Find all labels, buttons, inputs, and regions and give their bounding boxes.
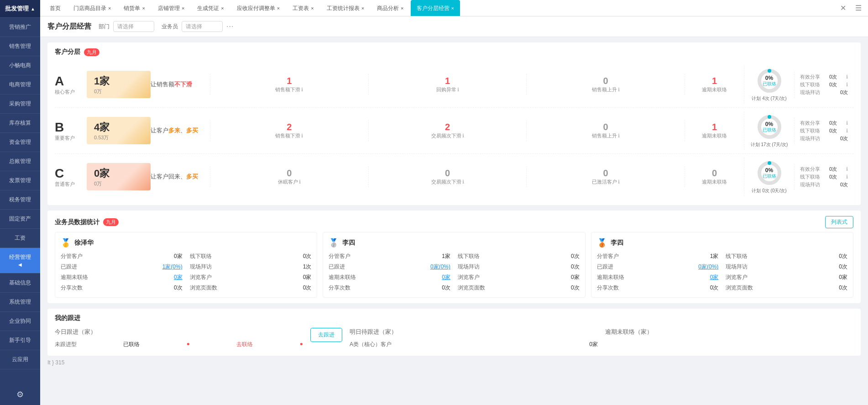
tier-a-right-label-1: 线下联络 [800,81,820,88]
sidebar-item-collab[interactable]: 企业协同 [0,312,40,331]
tab-sales-order[interactable]: 销货单 × [118,0,151,16]
tab-voucher[interactable]: 生成凭证 × [191,0,230,16]
tier-b-right-stats: 有效分享 0次 ℹ 线下联络 0次 ℹ 现场拜访 0次 [794,118,853,144]
tab-shop-mgmt-close[interactable]: × [182,5,184,11]
staff-stat-val-1-4[interactable]: 0家 [442,274,450,281]
tier-a-stat3-info[interactable]: ℹ [618,87,620,93]
tier-b-stat2[interactable]: 2 交易频次下滑 ℹ [368,120,527,141]
tier-a-right-info-0[interactable]: ℹ [846,74,848,80]
tier-a-stat2-info[interactable]: ℹ [457,87,459,93]
tier-b-letter: B [55,120,87,135]
staff-card-1: 🥈 李四 分管客户 1家 线下联络 0次 已跟进 [323,232,585,298]
sidebar-item-invoice[interactable]: 发票管理 [0,171,40,190]
tier-a-stat1[interactable]: 1 销售额下滑 ℹ [210,74,368,95]
tier-b-right-info-0[interactable]: ℹ [846,120,848,126]
tier-c-count: 0家 [94,167,151,180]
settings-icon: ⚙ [16,390,24,399]
tier-c-stat1-info[interactable]: ℹ [299,179,301,185]
tier-c-stat3-info[interactable]: ℹ [618,179,620,185]
tier-c-right-info-1[interactable]: ℹ [846,174,848,180]
sidebar-item-system[interactable]: 系统管理 [0,293,40,312]
tab-close-btn[interactable]: ✕ [837,3,849,13]
staff-stats-0: 分管客户 0家 线下联络 0次 已跟进 1家(0%) 现场拜访 [61,252,311,292]
sidebar-item-ledger[interactable]: 总账管理 [0,152,40,171]
sidebar-settings[interactable]: ⚙ [0,384,40,405]
tier-b-count-box[interactable]: 4家 0.53万 [87,117,151,144]
staff-header: 业务员数据统计 九月 列表式 [55,216,853,228]
tab-store-products-close[interactable]: × [108,5,111,11]
list-view-button[interactable]: 列表式 [825,216,853,228]
tier-c-stat2[interactable]: 0 交易频次下滑 ℹ [368,166,527,187]
staff-stat-val-2-1: 0次 [839,252,847,260]
tab-ap-ar[interactable]: 应收应付调整单 × [231,0,286,16]
tab-payroll-report-close[interactable]: × [361,5,364,11]
tab-payroll-report[interactable]: 工资统计报表 × [321,0,370,16]
tier-c-count-box[interactable]: 0家 0万 [87,163,151,190]
tier-c-right-info-0[interactable]: ℹ [846,166,848,172]
tier-a-stat1-info[interactable]: ℹ [301,87,303,93]
tab-store-products-label: 门店商品目录 [73,5,106,12]
staff-stat-val-0-4[interactable]: 0家 [174,274,183,281]
tier-c-stat2-label: 交易频次下滑 ℹ [431,179,464,185]
sidebar-item-hr[interactable]: 工资 [0,229,40,248]
sidebar-item-purchase[interactable]: 采购管理 [0,95,40,114]
sidebar-item-finance[interactable]: 资金管理 [0,133,40,152]
tier-a-right-info-1[interactable]: ℹ [846,82,848,88]
staff-stat-label-1-6: 分享次数 [329,284,350,292]
tab-product-analysis-close[interactable]: × [401,5,403,11]
sidebar-item-marketing[interactable]: 营销推广 [0,18,40,37]
sidebar-item-label: 新手引导 [2,337,38,344]
sidebar-top[interactable]: 批发管理 ▲ [0,0,40,18]
sidebar-item-ecommerce[interactable]: 电商管理 [0,75,40,95]
tab-home[interactable]: 首页 [44,0,67,16]
staff-section: 业务员数据统计 九月 列表式 🥇 徐泽华 分管客户 0家 [47,210,861,303]
tier-a-stat3[interactable]: 0 销售额上升 ℹ [526,74,685,95]
sidebar-item-tax[interactable]: 税务管理 [0,190,40,210]
tab-customer-tier[interactable]: 客户分层经营 × [411,0,460,16]
tab-sales-order-close[interactable]: × [142,5,145,11]
staff-stat-2-2: 已跟进 0家(0%) [597,263,719,271]
tier-c-right-stats: 有效分享 0次 ℹ 线下联络 0次 ℹ 现场拜访 0次 [794,164,853,190]
tier-b-stat3[interactable]: 0 销售额上升 ℹ [526,120,685,141]
tier-c-stat2-info[interactable]: ℹ [462,179,464,185]
staff-stat-val-0-2[interactable]: 1家(0%) [162,263,183,271]
tab-store-products[interactable]: 门店商品目录 × [68,0,117,16]
more-filters-btn[interactable]: ··· [226,22,234,31]
sidebar-expand-icon[interactable]: ▲ [31,6,35,11]
sidebar-item-cloud[interactable]: 云应用 [0,350,40,369]
tier-a-stat2[interactable]: 1 回购异常 ℹ [368,74,527,95]
staff-stat-val-2-4[interactable]: 0家 [710,274,719,281]
sidebar-item-sales[interactable]: 销售管理 [0,37,40,56]
follow-go-btn-container: 去跟进 [310,328,342,342]
staff-stat-val-1-2[interactable]: 0家(0%) [430,263,450,271]
tier-a-count-box[interactable]: 1家 0万 [87,71,151,98]
tab-menu-btn[interactable]: ☰ [852,3,864,13]
tab-shop-mgmt[interactable]: 店铺管理 × [152,0,190,16]
sidebar-item-base[interactable]: 基础信息 [0,274,40,293]
sidebar-item-ops[interactable]: 经营管理 ◀ [0,248,40,274]
go-follow-button[interactable]: 去跟进 [310,328,342,342]
tab-ap-ar-close[interactable]: × [277,5,280,11]
tier-b-circle-pct: 0% [763,121,776,127]
tab-customer-tier-close[interactable]: × [451,5,454,11]
sidebar-item-ecommerce-small[interactable]: 小畅电商 [0,56,40,75]
tab-product-analysis[interactable]: 商品分析 × [371,0,409,16]
staff-select[interactable]: 请选择 [182,21,223,32]
tab-voucher-close[interactable]: × [221,5,224,11]
staff-stat-val-2-2[interactable]: 0家(0%) [698,263,718,271]
tier-b-stat1-info[interactable]: ℹ [301,133,303,139]
tier-b-stat2-info[interactable]: ℹ [462,133,464,139]
sidebar-item-assets[interactable]: 固定资产 [0,210,40,229]
tier-b-stat1[interactable]: 2 销售额下滑 ℹ [210,120,368,141]
tier-c-stat1[interactable]: 0 休眠客户 ℹ [210,166,368,187]
tier-a-name: 核心客户 [55,89,87,95]
tier-b-right-info-1[interactable]: ℹ [846,128,848,134]
tab-payroll-close[interactable]: × [311,5,314,11]
sidebar-item-inventory[interactable]: 库存核算 [0,114,40,133]
sidebar-item-guide[interactable]: 新手引导 [0,331,40,350]
dept-select[interactable]: 请选择 [113,21,154,32]
tier-c-stat3[interactable]: 0 已激活客户 ℹ [526,166,685,187]
tier-b-circle-label: 0% 已联络 [763,121,776,133]
tab-payroll[interactable]: 工资表 × [287,0,319,16]
tier-b-stat3-info[interactable]: ℹ [618,133,620,139]
